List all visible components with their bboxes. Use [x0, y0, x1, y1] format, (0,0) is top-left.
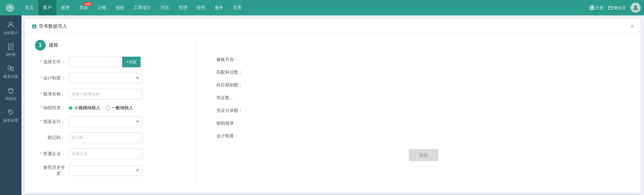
fullscreen-btn[interactable]: 全屏	[590, 5, 603, 11]
memo-label: 助记码：	[35, 135, 65, 141]
accountant-row: 指派会计：	[35, 116, 189, 127]
nav-customer[interactable]: 客户	[38, 0, 56, 15]
new-badge: new	[84, 2, 91, 6]
tax-general-label: 一般纳税人	[111, 105, 133, 111]
svg-rect-14	[11, 67, 13, 71]
dialog-header: 导爷数据导入 ×	[25, 19, 641, 33]
accountant-select[interactable]	[68, 116, 142, 127]
nav-right: 全屏 畅会员	[590, 3, 641, 13]
sidebar-item-label: 标签设置	[3, 118, 18, 123]
svg-rect-2	[590, 6, 592, 7]
step-circle: 1	[35, 40, 46, 51]
memo-input[interactable]	[68, 132, 142, 143]
nav-messages[interactable]: 消息	[156, 0, 174, 15]
company-input[interactable]	[68, 148, 142, 159]
nav-invoices[interactable]: 票据 new	[75, 0, 93, 15]
dialog-close-button[interactable]: ×	[630, 23, 634, 29]
file-input[interactable]	[68, 57, 122, 67]
nav-settings[interactable]: 设置	[228, 0, 246, 15]
sidebar-item-all-customers[interactable]: 全部客户	[0, 17, 21, 39]
ledger-name-label: 账簿名称：	[35, 91, 65, 97]
nav-operations[interactable]: 经营	[192, 0, 210, 15]
tax-type-row: 纳税性质： 小规模纳税人 一般纳税人	[35, 105, 189, 111]
info-accounting-system-label: 会计制度：	[216, 133, 250, 139]
build-btn-row: 建账	[216, 146, 631, 161]
section-divider	[196, 40, 196, 182]
match-accounts-row: 匹配科目数：	[216, 69, 631, 75]
tax-small-label: 小规模纳税人	[74, 105, 100, 111]
migrate-icon	[6, 64, 15, 73]
reference-year-label: 参照历史年度：	[35, 165, 65, 177]
reference-year-select[interactable]	[68, 165, 142, 176]
company-label: 所属企业：	[35, 151, 65, 157]
import-icon	[32, 24, 37, 29]
nav-tax[interactable]: 报税	[111, 0, 129, 15]
nav-manage[interactable]: 管理	[174, 0, 192, 15]
voucher-entries-label: 凭证分录数：	[216, 108, 250, 114]
nav-bookkeeping[interactable]: 记账	[93, 0, 111, 15]
app-logo	[3, 1, 17, 14]
top-nav: 首页 客户 收费 票据 new 记账 报税 工商项目 消息 管理 经营 服务 设…	[0, 0, 644, 15]
svg-rect-4	[590, 8, 592, 10]
tax-type-label: 纳税性质：	[35, 105, 65, 111]
build-account-button[interactable]: 建账	[409, 149, 438, 161]
nav-fees[interactable]: 收费	[56, 0, 75, 15]
import-dialog: 导爷数据导入 × 1 建账 选择文件：	[25, 19, 641, 193]
file-input-group: +浏览	[68, 57, 141, 67]
file-row: 选择文件： +浏览	[35, 57, 189, 67]
sidebar-item-tags[interactable]: 标签设置	[0, 104, 21, 126]
svg-point-7	[634, 5, 637, 8]
user-icon	[6, 20, 15, 29]
nav-home[interactable]: 首页	[20, 0, 38, 15]
match-accounts-label: 匹配科目数：	[216, 69, 250, 75]
nav-menu: 首页 客户 收费 票据 new 记账 报税 工商项目 消息 管理 经营 服务 设…	[20, 0, 590, 15]
tag-icon	[6, 108, 15, 117]
memo-row: 助记码：	[35, 132, 189, 143]
tax-general-option[interactable]: 一般纳税人	[106, 105, 133, 111]
voucher-entries-row: 凭证分录数：	[216, 108, 631, 114]
tax-small-option[interactable]: 小规模纳税人	[68, 105, 100, 111]
tax-type-group: 小规模纳税人 一般纳税人	[68, 105, 133, 111]
svg-point-8	[9, 22, 12, 25]
accounting-system-row: 会计制度：	[35, 73, 189, 83]
step-header: 1 建账	[35, 40, 189, 51]
company-row: 所属企业：	[35, 148, 189, 159]
sidebar-item-zero-declaration[interactable]: 0申报	[0, 39, 21, 60]
sidebar-item-label: 0申报	[6, 53, 15, 57]
sidebar: 全部客户 0申报 账套迁移	[0, 15, 21, 195]
sidebar-item-label: 全部客户	[3, 31, 18, 35]
vouchers-row: 凭证数：	[216, 95, 631, 101]
nav-services[interactable]: 服务	[210, 0, 228, 15]
month-label: 建账月份：	[216, 57, 250, 63]
trash-icon	[6, 86, 15, 95]
accounting-system-label: 会计制度：	[35, 75, 65, 81]
ledger-name-input[interactable]	[68, 89, 142, 100]
user-avatar[interactable]	[631, 3, 641, 13]
auxiliary-row: 辅助核算：	[216, 120, 631, 126]
auxiliary-label: 辅助核算：	[216, 120, 250, 126]
svg-point-1	[9, 6, 11, 9]
svg-rect-3	[592, 6, 594, 7]
dialog-title: 导爷数据导入	[39, 23, 67, 29]
info-accounting-system-row: 会计制度：	[216, 133, 631, 139]
step-label: 建账	[49, 42, 58, 48]
svg-rect-13	[8, 66, 10, 69]
nav-business[interactable]: 工商项目	[129, 0, 156, 15]
month-row: 建账月份：	[216, 57, 631, 63]
dialog-title-area: 导爷数据导入	[32, 23, 67, 29]
file-label: 选择文件：	[35, 59, 65, 65]
member-btn[interactable]: 畅会员	[608, 5, 626, 11]
sidebar-item-trash[interactable]: 回收站	[0, 82, 21, 104]
svg-rect-5	[592, 8, 594, 10]
accountant-label: 指派会计：	[35, 119, 65, 125]
accounting-system-select[interactable]	[68, 73, 142, 83]
info-section: 建账月份： 匹配科目数： 科目期初数： 凭证数：	[203, 40, 631, 182]
svg-point-16	[9, 111, 10, 112]
sidebar-item-migrate[interactable]: 账套迁移	[0, 60, 21, 82]
browse-button[interactable]: +浏览	[122, 57, 141, 67]
form-section: 1 建账 选择文件： +浏览 会计制度：	[35, 40, 189, 182]
main-content: 导爷数据导入 × 1 建账 选择文件：	[21, 15, 644, 195]
report-icon	[6, 42, 15, 51]
app-layout: 全部客户 0申报 账套迁移	[0, 15, 644, 195]
period-initial-row: 科目期初数：	[216, 82, 631, 88]
